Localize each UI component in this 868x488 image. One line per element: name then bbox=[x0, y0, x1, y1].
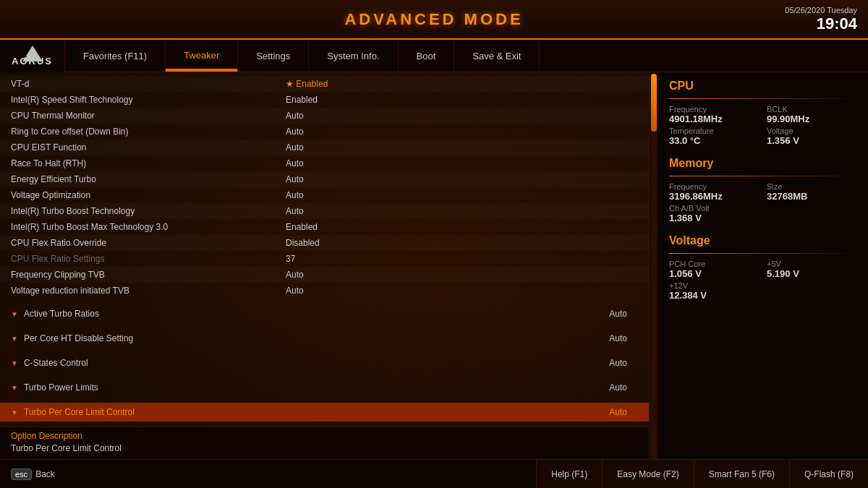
setting-freq-clip[interactable]: Frequency Clipping TVB Auto bbox=[0, 267, 649, 283]
header-title: ADVANCED MODE bbox=[344, 10, 523, 29]
section-value-power: Auto bbox=[609, 382, 638, 393]
section-label-ht: Per Core HT Disable Setting bbox=[24, 333, 133, 343]
cpu-title: CPU bbox=[669, 80, 857, 93]
setting-flex-override[interactable]: CPU Flex Ratio Override Disabled bbox=[0, 235, 649, 251]
voltage-stats: Voltage PCH Core 1.056 V +5V 5.190 V +12… bbox=[669, 234, 857, 301]
section-active-turbo[interactable]: ▼ Active Turbo Ratios Auto bbox=[0, 304, 649, 323]
setting-value-volt-opt: Auto bbox=[286, 190, 304, 200]
arrow-icon-ht: ▼ bbox=[11, 335, 18, 343]
setting-value-ring-to-core: Auto bbox=[286, 127, 304, 137]
btn-smart-fan[interactable]: Smart Fan 5 (F6) bbox=[694, 460, 789, 488]
setting-turbo-boost[interactable]: Intel(R) Turbo Boost Technology Auto bbox=[0, 203, 649, 219]
btn-qflash[interactable]: Q-Flash (F8) bbox=[789, 460, 868, 488]
section-turbo-core[interactable]: ▼ Turbo Per Core Limit Control Auto bbox=[0, 403, 649, 421]
section-value-core: Auto bbox=[609, 407, 638, 417]
setting-value-speed-shift: Enabled bbox=[286, 95, 318, 105]
setting-vtd[interactable]: VT-d ★ Enabled bbox=[0, 76, 649, 92]
voltage-title: Voltage bbox=[669, 234, 857, 247]
main-content: VT-d ★ Enabled Intel(R) Speed Shift Tech… bbox=[0, 72, 868, 459]
memory-stats: Memory Frequency 3196.86MHz Size 32768MB… bbox=[669, 157, 857, 223]
setting-turbo-boost-max[interactable]: Intel(R) Turbo Boost Max Technology 3.0 … bbox=[0, 219, 649, 235]
setting-value-eist: Auto bbox=[286, 142, 304, 153]
bottom-bar: esc Back Help (F1) Easy Mode (F2) Smart … bbox=[0, 459, 868, 488]
btn-easy-mode[interactable]: Easy Mode (F2) bbox=[602, 460, 693, 488]
header-time: 19:04 bbox=[785, 14, 857, 33]
setting-energy-turbo[interactable]: Energy Efficient Turbo Auto bbox=[0, 171, 649, 187]
setting-value-vtd: ★ Enabled bbox=[286, 79, 328, 89]
cpu-freq-label: Frequency 4901.18MHz bbox=[669, 105, 760, 124]
setting-volt-opt[interactable]: Voltage Optimization Auto bbox=[0, 187, 649, 203]
setting-eist[interactable]: CPU EIST Function Auto bbox=[0, 140, 649, 155]
arrow-icon-turbo: ▼ bbox=[11, 310, 18, 318]
cpu-divider bbox=[669, 98, 857, 99]
section-label-turbo: Active Turbo Ratios bbox=[24, 309, 99, 319]
scrollbar-thumb bbox=[651, 74, 657, 132]
setting-name-flex-settings: CPU Flex Ratio Settings bbox=[11, 254, 286, 264]
setting-flex-settings[interactable]: CPU Flex Ratio Settings 37 bbox=[0, 251, 649, 267]
tab-boot[interactable]: Boot bbox=[399, 40, 455, 72]
setting-name-freq-clip: Frequency Clipping TVB bbox=[11, 270, 286, 280]
section-ht-disable[interactable]: ▼ Per Core HT Disable Setting Auto bbox=[0, 329, 649, 348]
tab-sysinfo[interactable]: System Info. bbox=[309, 40, 398, 72]
voltage-grid: PCH Core 1.056 V +5V 5.190 V +12V 12.384… bbox=[669, 260, 857, 301]
section-turbo-power[interactable]: ▼ Turbo Power Limits Auto bbox=[0, 378, 649, 397]
cpu-volt: Voltage 1.356 V bbox=[767, 127, 857, 146]
logo-nav: AORUS Favorites (F11) Tweaker Settings S… bbox=[0, 40, 868, 72]
voltage-12v: +12V 12.384 V bbox=[669, 281, 760, 301]
tab-favorites[interactable]: Favorites (F11) bbox=[65, 40, 166, 72]
setting-name-vtd: VT-d bbox=[11, 79, 286, 89]
section-value-cstates: Auto bbox=[609, 358, 638, 368]
setting-name-turbo-boost: Intel(R) Turbo Boost Technology bbox=[11, 206, 286, 216]
setting-value-thermal-monitor: Auto bbox=[286, 111, 304, 121]
cpu-temp: Temperature 33.0 °C bbox=[669, 127, 760, 146]
setting-name-speed-shift: Intel(R) Speed Shift Technology bbox=[11, 95, 286, 105]
setting-name-energy-turbo: Energy Efficient Turbo bbox=[11, 174, 286, 184]
setting-value-flex-override: Disabled bbox=[286, 238, 320, 248]
section-value-turbo: Auto bbox=[609, 309, 638, 319]
cpu-grid: Frequency 4901.18MHz BCLK 99.90MHz Tempe… bbox=[669, 105, 857, 146]
cpu-stats: CPU Frequency 4901.18MHz BCLK 99.90MHz T… bbox=[669, 80, 857, 146]
arrow-icon-cstates: ▼ bbox=[11, 359, 18, 367]
setting-name-volt-opt: Voltage Optimization bbox=[11, 190, 286, 200]
setting-value-energy-turbo: Auto bbox=[286, 174, 304, 184]
scrollbar-track bbox=[651, 74, 657, 461]
setting-rth[interactable]: Race To Halt (RTH) Auto bbox=[0, 155, 649, 171]
section-cstates[interactable]: ▼ C-States Control Auto bbox=[0, 354, 649, 372]
header: ADVANCED MODE 05/26/2020 Tuesday 19:04 bbox=[0, 0, 868, 40]
tab-tweaker[interactable]: Tweaker bbox=[166, 40, 238, 72]
section-value-ht: Auto bbox=[609, 333, 638, 343]
setting-value-turbo-boost: Auto bbox=[286, 206, 304, 216]
memory-freq: Frequency 3196.86MHz bbox=[669, 182, 760, 202]
arrow-icon-power: ▼ bbox=[11, 384, 18, 392]
setting-thermal-monitor[interactable]: CPU Thermal Monitor Auto bbox=[0, 108, 649, 124]
setting-name-rth: Race To Halt (RTH) bbox=[11, 158, 286, 168]
memory-ch-volt: Ch A/B Volt 1.368 V bbox=[669, 204, 857, 223]
scrollbar[interactable] bbox=[650, 72, 658, 459]
tab-saveexit[interactable]: Save & Exit bbox=[454, 40, 540, 72]
arrow-icon-core: ▼ bbox=[11, 408, 18, 416]
right-panel: CPU Frequency 4901.18MHz BCLK 99.90MHz T… bbox=[658, 72, 868, 459]
tab-settings[interactable]: Settings bbox=[238, 40, 309, 72]
header-date: 05/26/2020 Tuesday bbox=[785, 6, 857, 14]
btn-help[interactable]: Help (F1) bbox=[536, 460, 602, 488]
back-label: Back bbox=[35, 469, 55, 479]
setting-volt-tvb[interactable]: Voltage reduction initiated TVB Auto bbox=[0, 283, 649, 299]
setting-name-volt-tvb: Voltage reduction initiated TVB bbox=[11, 286, 286, 296]
memory-size: Size 32768MB bbox=[767, 182, 857, 202]
memory-title: Memory bbox=[669, 157, 857, 170]
setting-name-flex-override: CPU Flex Ratio Override bbox=[11, 238, 286, 248]
cpu-bclk: BCLK 99.90MHz bbox=[767, 105, 857, 124]
setting-value-turbo-boost-max: Enabled bbox=[286, 222, 318, 232]
setting-speed-shift[interactable]: Intel(R) Speed Shift Technology Enabled bbox=[0, 92, 649, 108]
esc-back-button[interactable]: esc Back bbox=[0, 460, 66, 488]
setting-ring-to-core[interactable]: Ring to Core offset (Down Bin) Auto bbox=[0, 124, 649, 140]
setting-value-rth: Auto bbox=[286, 158, 304, 168]
setting-name-turbo-boost-max: Intel(R) Turbo Boost Max Technology 3.0 bbox=[11, 222, 286, 232]
voltage-5v: +5V 5.190 V bbox=[767, 260, 857, 279]
memory-divider bbox=[669, 176, 857, 176]
setting-name-ring-to-core: Ring to Core offset (Down Bin) bbox=[11, 127, 286, 137]
logo: AORUS bbox=[0, 40, 65, 72]
bottom-buttons: Help (F1) Easy Mode (F2) Smart Fan 5 (F6… bbox=[536, 460, 868, 488]
settings-list: VT-d ★ Enabled Intel(R) Speed Shift Tech… bbox=[0, 76, 649, 299]
section-label-core: Turbo Per Core Limit Control bbox=[24, 407, 135, 417]
